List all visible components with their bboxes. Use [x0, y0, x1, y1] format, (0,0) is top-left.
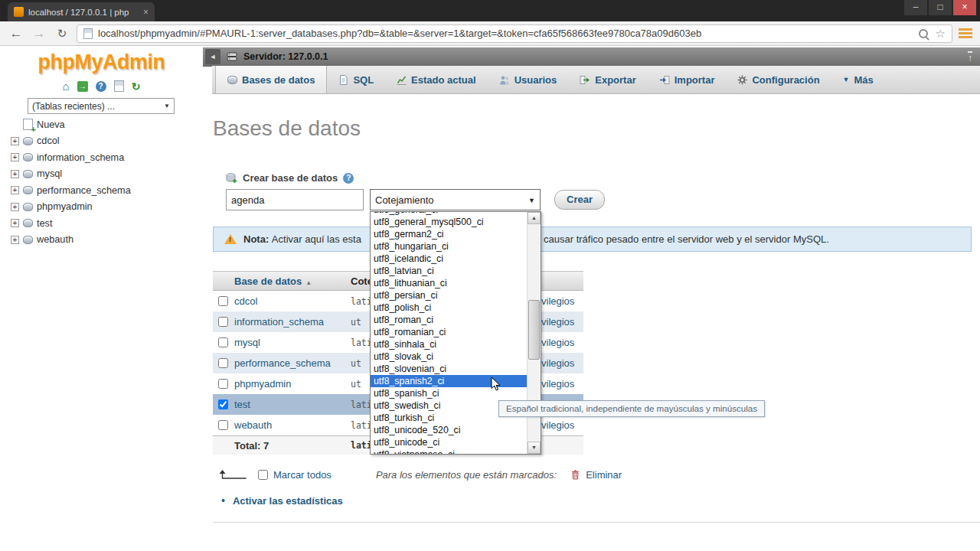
tree-item-label[interactable]: mysql — [37, 168, 62, 179]
database-link[interactable]: webauth — [234, 419, 272, 431]
zoom-icon[interactable] — [919, 29, 928, 38]
check-all-label[interactable]: Marcar todos — [273, 469, 332, 481]
database-link[interactable]: test — [234, 399, 250, 410]
tab-more[interactable]: ▼ Más — [831, 66, 885, 93]
sort-database-link[interactable]: Base de datos — [234, 276, 302, 287]
tree-item-label[interactable]: phpmyadmin — [37, 201, 93, 212]
collation-select[interactable]: Cotejamiento ▼ — [370, 189, 541, 210]
collation-option[interactable]: utf8_romanian_ci — [371, 326, 528, 338]
tree-item-information-schema[interactable]: + information_schema — [11, 149, 200, 166]
collation-option[interactable]: utf8_icelandic_ci — [371, 253, 528, 265]
docs-icon[interactable] — [114, 80, 124, 92]
tab-databases[interactable]: Bases de datos — [215, 66, 327, 93]
tree-item-new[interactable]: Nueva — [11, 116, 200, 133]
minimize-button[interactable]: – — [904, 0, 927, 15]
privileges-link[interactable]: vilegios — [541, 295, 574, 307]
tree-item-label[interactable]: webauth — [37, 234, 74, 245]
tree-item-cdcol[interactable]: + cdcol — [11, 133, 200, 150]
privileges-link[interactable]: vilegios — [541, 357, 574, 369]
help-icon[interactable]: ? — [96, 81, 106, 92]
forward-icon[interactable]: → — [31, 26, 47, 41]
collation-option[interactable]: utf8_slovenian_ci — [371, 363, 528, 375]
tree-item-label[interactable]: performance_schema — [37, 185, 131, 196]
tree-item-label[interactable]: information_schema — [37, 152, 124, 163]
privileges-link[interactable]: vilegios — [541, 419, 574, 431]
logout-icon[interactable]: → — [77, 81, 88, 92]
tree-item-test[interactable]: + test — [11, 215, 200, 232]
collation-option[interactable]: utf8_latvian_ci — [371, 265, 528, 277]
delete-button[interactable]: Eliminar — [586, 469, 622, 481]
check-all-checkbox[interactable] — [258, 470, 268, 480]
expand-icon[interactable]: + — [11, 186, 19, 194]
trash-icon[interactable] — [570, 469, 580, 480]
enable-statistics-link[interactable]: Activar las estadísticas — [233, 495, 343, 507]
collation-option[interactable]: utf8_hungarian_ci — [371, 240, 528, 253]
row-checkbox[interactable] — [218, 317, 228, 327]
bookmark-star-icon[interactable]: ☆ — [936, 27, 946, 41]
refresh-icon[interactable]: ↻ — [132, 81, 141, 92]
database-link[interactable]: performance_schema — [234, 357, 331, 369]
close-button[interactable]: × — [953, 0, 976, 15]
tab-users[interactable]: Usuarios — [488, 66, 569, 93]
expand-icon[interactable]: + — [11, 137, 19, 145]
maximize-button[interactable]: □ — [929, 0, 952, 15]
create-button[interactable]: Crear — [554, 190, 605, 210]
browser-tab[interactable]: localhost / 127.0.0.1 | php × — [8, 2, 155, 21]
home-icon[interactable]: ⌂ — [63, 80, 70, 92]
reload-icon[interactable]: ↻ — [54, 27, 70, 41]
row-checkbox[interactable] — [218, 399, 228, 409]
collation-option[interactable]: utf8_general_mysql500_ci — [371, 216, 528, 228]
tree-item-label[interactable]: test — [37, 218, 52, 229]
scroll-up-icon[interactable]: ▲ — [528, 212, 541, 224]
scroll-down-icon[interactable]: ▼ — [528, 442, 541, 454]
row-checkbox[interactable] — [218, 420, 228, 430]
collation-option[interactable]: utf8_german2_ci — [371, 228, 528, 240]
database-link[interactable]: mysql — [234, 337, 260, 348]
database-link[interactable]: information_schema — [234, 316, 324, 328]
privileges-link[interactable]: vilegios — [541, 378, 574, 390]
row-checkbox[interactable] — [218, 337, 228, 347]
tree-item-performance-schema[interactable]: + performance_schema — [11, 182, 200, 199]
tab-sql[interactable]: SQL — [327, 66, 385, 93]
back-icon[interactable]: ← — [8, 26, 24, 41]
collation-option[interactable]: utf8_unicode_ci — [371, 436, 528, 448]
menu-icon[interactable] — [959, 28, 972, 31]
collapse-panel-icon[interactable]: ◄ — [205, 49, 220, 64]
collation-option-selected[interactable]: utf8_spanish2_ci — [371, 375, 528, 387]
scrollbar-thumb[interactable] — [528, 300, 540, 360]
tab-status[interactable]: Estado actual — [385, 66, 488, 93]
tree-item-webauth[interactable]: + webauth — [11, 232, 200, 249]
tree-item-mysql[interactable]: + mysql — [11, 166, 200, 183]
collation-option[interactable]: utf8_persian_ci — [371, 289, 528, 302]
collation-option[interactable]: utf8_polish_ci — [371, 302, 528, 314]
database-link[interactable]: phpmyadmin — [234, 378, 291, 390]
database-link[interactable]: cdcol — [234, 295, 257, 307]
tab-export[interactable]: Exportar — [568, 66, 647, 93]
collation-option[interactable]: utf8_vietnamese_ci — [371, 448, 528, 455]
tree-item-phpmyadmin[interactable]: + phpmyadmin — [11, 199, 200, 216]
expand-icon[interactable]: + — [11, 153, 19, 161]
tab-settings[interactable]: Configuración — [726, 66, 831, 93]
url-text[interactable]: localhost/phpmyadmin/#PMAURL-1:server_da… — [98, 28, 913, 39]
phpmyadmin-logo[interactable]: phpMyAdmin — [0, 51, 203, 74]
expand-icon[interactable]: + — [11, 170, 19, 178]
collation-option[interactable]: utf8_unicode_520_ci — [371, 424, 528, 436]
expand-icon[interactable]: + — [11, 203, 19, 211]
collation-option[interactable]: utf8_roman_ci — [371, 314, 528, 326]
tab-import[interactable]: Importar — [648, 66, 727, 93]
row-checkbox[interactable] — [218, 358, 228, 368]
help-icon[interactable]: ? — [343, 173, 354, 184]
tab-close-icon[interactable]: × — [143, 7, 149, 18]
privileges-link[interactable]: vilegios — [541, 316, 574, 328]
collation-option[interactable]: utf8_sinhala_ci — [371, 338, 528, 350]
expand-icon[interactable]: + — [11, 219, 19, 227]
tree-item-label[interactable]: cdcol — [37, 135, 60, 146]
dropdown-scrollbar[interactable]: ▲ ▼ — [527, 212, 541, 454]
address-bar[interactable]: localhost/phpmyadmin/#PMAURL-1:server_da… — [77, 24, 952, 43]
tree-item-label[interactable]: Nueva — [37, 119, 65, 130]
row-checkbox[interactable] — [218, 296, 228, 306]
collation-option[interactable]: utf8_lithuanian_ci — [371, 277, 528, 289]
database-name-input[interactable] — [226, 189, 364, 210]
collation-dropdown-list[interactable]: utf8_general_ci utf8_general_mysql500_ci… — [370, 211, 541, 455]
row-checkbox[interactable] — [218, 379, 228, 389]
